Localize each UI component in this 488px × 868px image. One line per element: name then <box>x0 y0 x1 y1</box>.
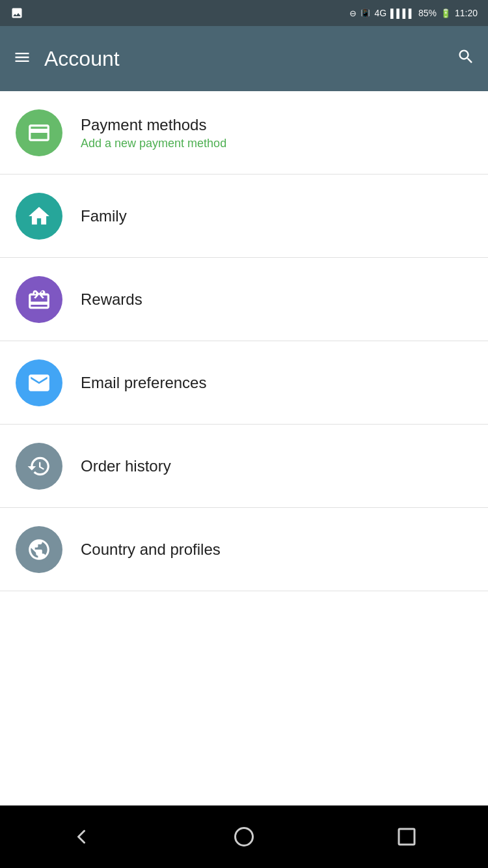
payment-title: Payment methods <box>81 116 226 134</box>
recents-icon <box>395 825 418 848</box>
menu-item-order-history[interactable]: Order history <box>0 425 488 508</box>
email-icon <box>27 371 51 395</box>
home-icon <box>232 825 256 848</box>
menu-list: Payment methods Add a new payment method… <box>0 91 488 805</box>
rewards-title: Rewards <box>81 290 142 309</box>
country-profiles-title: Country and profiles <box>81 540 221 559</box>
signal-icon: ▌▌▌▌ <box>390 8 414 18</box>
status-bar: ⊖ 📳 4G ▌▌▌▌ 85% 🔋 11:20 <box>0 0 488 26</box>
menu-icon[interactable] <box>13 48 31 69</box>
menu-item-rewards[interactable]: Rewards <box>0 258 488 341</box>
back-icon <box>70 825 93 848</box>
family-title: Family <box>81 207 127 225</box>
home-button[interactable] <box>218 811 270 863</box>
order-history-title: Order history <box>81 457 171 475</box>
menu-item-payment-methods[interactable]: Payment methods Add a new payment method <box>0 91 488 175</box>
status-bar-right: ⊖ 📳 4G ▌▌▌▌ 85% 🔋 11:20 <box>349 8 478 18</box>
app-bar: Account <box>0 26 488 91</box>
family-icon <box>27 204 51 229</box>
recents-button[interactable] <box>381 811 433 863</box>
battery-icon: 🔋 <box>441 8 451 18</box>
menu-item-country-profiles[interactable]: Country and profiles <box>0 508 488 591</box>
page-title: Account <box>44 47 457 71</box>
status-bar-left <box>10 7 23 20</box>
menu-item-email-preferences[interactable]: Email preferences <box>0 341 488 425</box>
svg-point-0 <box>236 828 253 846</box>
history-icon-circle <box>16 443 62 490</box>
family-icon-circle <box>16 193 62 240</box>
email-title: Email preferences <box>81 374 206 392</box>
vibrate-icon: 📳 <box>360 8 370 18</box>
battery-label: 85% <box>418 8 437 18</box>
gift-icon <box>27 287 51 312</box>
menu-item-family[interactable]: Family <box>0 175 488 258</box>
globe-icon <box>27 537 51 562</box>
payment-icon-circle <box>16 109 62 156</box>
search-button[interactable] <box>457 48 475 70</box>
order-history-content: Order history <box>81 457 171 475</box>
rewards-content: Rewards <box>81 290 142 309</box>
email-icon-circle <box>16 359 62 406</box>
time-label: 11:20 <box>455 8 478 18</box>
payment-content: Payment methods Add a new payment method <box>81 116 226 150</box>
dnd-icon: ⊖ <box>349 8 357 18</box>
payment-icon <box>27 120 51 145</box>
payment-subtitle: Add a new payment method <box>81 137 226 150</box>
svg-rect-1 <box>399 829 414 845</box>
rewards-icon-circle <box>16 276 62 323</box>
navigation-bar <box>0 805 488 868</box>
network-label: 4G <box>374 8 386 18</box>
country-profiles-content: Country and profiles <box>81 540 221 559</box>
back-button[interactable] <box>55 811 107 863</box>
history-icon <box>27 454 51 479</box>
email-content: Email preferences <box>81 374 206 392</box>
country-icon-circle <box>16 526 62 573</box>
family-content: Family <box>81 207 127 225</box>
photo-icon <box>10 7 23 20</box>
